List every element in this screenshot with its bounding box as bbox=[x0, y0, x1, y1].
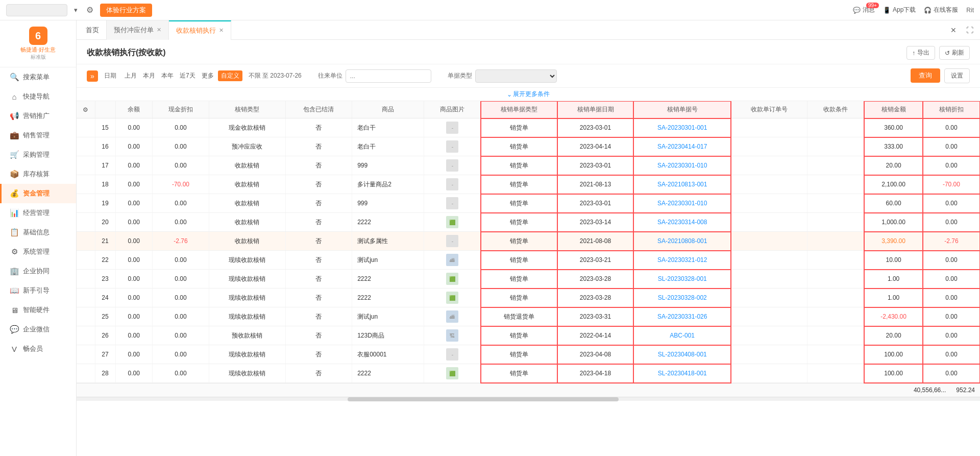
voucher-no-link[interactable]: SL-20230328-002 bbox=[658, 294, 707, 301]
sidebar-item-business[interactable]: 📊 经营管理 bbox=[0, 203, 76, 223]
voucher-type-select[interactable] bbox=[475, 69, 557, 83]
td-voucher-no[interactable]: SA-20210813-001 bbox=[633, 175, 731, 194]
sidebar-item-sales[interactable]: 💼 销售管理 bbox=[0, 126, 76, 145]
voucher-no-link[interactable]: SL-20230418-001 bbox=[658, 370, 707, 377]
td-voucher-no[interactable]: SA-20210808-001 bbox=[633, 232, 731, 251]
sidebar-item-hardware[interactable]: 🖥 智能硬件 bbox=[0, 300, 76, 320]
tab-home[interactable]: 首页 bbox=[79, 20, 107, 40]
voucher-no-link[interactable]: SL-20230408-001 bbox=[658, 351, 707, 358]
voucher-no-link[interactable]: SA-20210813-001 bbox=[657, 181, 707, 188]
sidebar-item-guide[interactable]: 📖 新手引导 bbox=[0, 281, 76, 300]
voucher-no-link[interactable]: SA-20210808-001 bbox=[657, 237, 707, 245]
industry-btn[interactable]: 体验行业方案 bbox=[100, 4, 152, 17]
td-voucher-no[interactable]: SA-20230301-001 bbox=[633, 118, 731, 137]
td-cash-discount: 0.00 bbox=[152, 156, 209, 175]
page-title: 收款核销执行(按收款) bbox=[87, 47, 166, 58]
counterparty-input[interactable] bbox=[346, 69, 431, 83]
voucher-no-link[interactable]: SA-20230301-001 bbox=[657, 124, 707, 131]
settings-icon[interactable]: ⚙ bbox=[84, 4, 96, 16]
sidebar-item-inventory[interactable]: 📦 库存核算 bbox=[0, 164, 76, 184]
td-voucher-no[interactable]: SA-20230331-026 bbox=[633, 307, 731, 326]
voucher-no-link[interactable]: SA-20230414-017 bbox=[657, 143, 707, 150]
td-voucher-no[interactable]: SL-20230328-001 bbox=[633, 270, 731, 289]
th-voucher-date: 核销单据日期 bbox=[557, 101, 634, 118]
td-voucher-no[interactable]: SL-20230408-001 bbox=[633, 345, 731, 364]
sidebar-item-system[interactable]: ⚙ 系统管理 bbox=[0, 242, 76, 261]
sidebar-item-quick-nav[interactable]: ⌂ 快捷导航 bbox=[0, 87, 76, 106]
app-download-btn[interactable]: 📱 App下载 bbox=[883, 6, 916, 14]
sidebar-item-member[interactable]: V 畅会员 bbox=[0, 339, 76, 358]
tab-collection-close[interactable]: ✕ bbox=[219, 27, 224, 34]
voucher-no-link[interactable]: ABC-001 bbox=[670, 332, 695, 339]
sidebar-item-label: 经营管理 bbox=[23, 208, 50, 218]
td-include-settled: 否 bbox=[285, 364, 352, 383]
td-voucher-no[interactable]: SA-20230301-010 bbox=[633, 194, 731, 213]
query-btn[interactable]: 查询 bbox=[911, 68, 940, 83]
td-voucher-no[interactable]: SA-20230414-017 bbox=[633, 137, 731, 156]
td-seq: 18 bbox=[95, 175, 115, 194]
goods-img: 🟩 bbox=[446, 216, 458, 228]
td-voucher-no[interactable]: SA-20230314-008 bbox=[633, 213, 731, 232]
voucher-no-link[interactable]: SL-20230328-001 bbox=[658, 275, 707, 282]
export-btn[interactable]: ↑ 导出 bbox=[906, 46, 935, 60]
logo-text: 畅捷通·好生意 bbox=[20, 46, 56, 54]
date-more[interactable]: 更多 bbox=[200, 70, 216, 81]
td-seq: 20 bbox=[95, 213, 115, 232]
company-selector[interactable] bbox=[6, 4, 67, 16]
sidebar-item-marketing[interactable]: 📢 营销推广 bbox=[0, 106, 76, 126]
th-settings[interactable]: ⚙ bbox=[77, 101, 95, 118]
table-container[interactable]: ⚙ 余额 现金折扣 核销类型 包含已结清 商品 商品图片 核销单据类型 核销单据… bbox=[77, 101, 980, 456]
td-voucher-no[interactable]: ABC-001 bbox=[633, 326, 731, 345]
date-this-year[interactable]: 本年 bbox=[159, 70, 176, 81]
date-last-month[interactable]: 上月 bbox=[122, 70, 139, 81]
td-balance: 0.00 bbox=[115, 213, 152, 232]
td-include-settled: 否 bbox=[285, 137, 352, 156]
voucher-no-link[interactable]: SA-20230301-010 bbox=[657, 162, 707, 169]
td-voucher-no[interactable]: SA-20230321-012 bbox=[633, 251, 731, 270]
td-goods: 999 bbox=[352, 156, 424, 175]
tab-close-all-icon[interactable]: ✕ bbox=[947, 24, 960, 36]
refresh-btn[interactable]: ↺ 刷新 bbox=[939, 46, 970, 60]
sidebar-item-purchase[interactable]: 🛒 采购管理 bbox=[0, 145, 76, 164]
voucher-no-link[interactable]: SA-20230314-008 bbox=[657, 219, 707, 226]
td-voucher-no[interactable]: SL-20230328-002 bbox=[633, 289, 731, 307]
td-include-settled: 否 bbox=[285, 251, 352, 270]
sidebar-item-basic[interactable]: 📋 基础信息 bbox=[0, 223, 76, 242]
td-voucher-no[interactable]: SA-20230301-010 bbox=[633, 156, 731, 175]
message-btn[interactable]: 💬 消息 99+ bbox=[853, 6, 875, 14]
expand-more-btn[interactable]: ⌄ 展开更多条件 bbox=[507, 90, 550, 99]
td-goods-img: - bbox=[424, 137, 481, 156]
column-settings-icon[interactable]: ⚙ bbox=[83, 106, 88, 113]
filter-expand-btn[interactable]: » bbox=[87, 70, 98, 82]
td-goods: 2222 bbox=[352, 289, 424, 307]
top-bar: ▾ ⚙ 体验行业方案 💬 消息 99+ 📱 App下载 🎧 在线客服 Rit bbox=[0, 0, 980, 20]
setting-btn[interactable]: 设置 bbox=[944, 68, 970, 83]
td-voucher-no[interactable]: SL-20230418-001 bbox=[633, 364, 731, 383]
scrollbar-thumb[interactable] bbox=[348, 397, 619, 401]
writeoff-discount-total: 952.24 bbox=[956, 387, 975, 394]
date-this-month[interactable]: 本月 bbox=[141, 70, 157, 81]
user-info[interactable]: Rit bbox=[966, 7, 974, 14]
tab-prepay-close[interactable]: ✕ bbox=[157, 27, 161, 33]
th-goods-img: 商品图片 bbox=[424, 101, 481, 118]
date-custom[interactable]: 自定义 bbox=[218, 70, 242, 81]
voucher-no-link[interactable]: SA-20230301-010 bbox=[657, 200, 707, 207]
search-icon: 🔍 bbox=[10, 73, 19, 82]
date-7days[interactable]: 近7天 bbox=[178, 70, 198, 81]
td-seq: 27 bbox=[95, 345, 115, 364]
tab-expand-icon[interactable]: ⛶ bbox=[964, 24, 976, 36]
sidebar-item-search[interactable]: 🔍 搜索菜单 bbox=[0, 67, 76, 87]
company-dropdown-icon[interactable]: ▾ bbox=[71, 6, 80, 14]
sidebar-item-wechat[interactable]: 💬 企业微信 bbox=[0, 320, 76, 339]
td-cash-discount: 0.00 bbox=[152, 364, 209, 383]
horizontal-scrollbar[interactable] bbox=[77, 397, 980, 401]
td-writeoff-amount: 1.00 bbox=[864, 289, 923, 307]
voucher-no-link[interactable]: SA-20230321-012 bbox=[657, 256, 707, 263]
tab-prepay[interactable]: 预付冲应付单 ✕ bbox=[107, 20, 169, 40]
voucher-no-link[interactable]: SA-20230331-026 bbox=[657, 313, 707, 320]
tab-collection[interactable]: 收款核销执行 ✕ bbox=[169, 20, 231, 40]
sidebar-item-enterprise[interactable]: 🏢 企业协同 bbox=[0, 261, 76, 281]
sidebar-item-funds[interactable]: 💰 资金管理 bbox=[0, 184, 76, 203]
service-btn[interactable]: 🎧 在线客服 bbox=[924, 6, 958, 14]
td-writeoff-amount: 1,000.00 bbox=[864, 213, 923, 232]
